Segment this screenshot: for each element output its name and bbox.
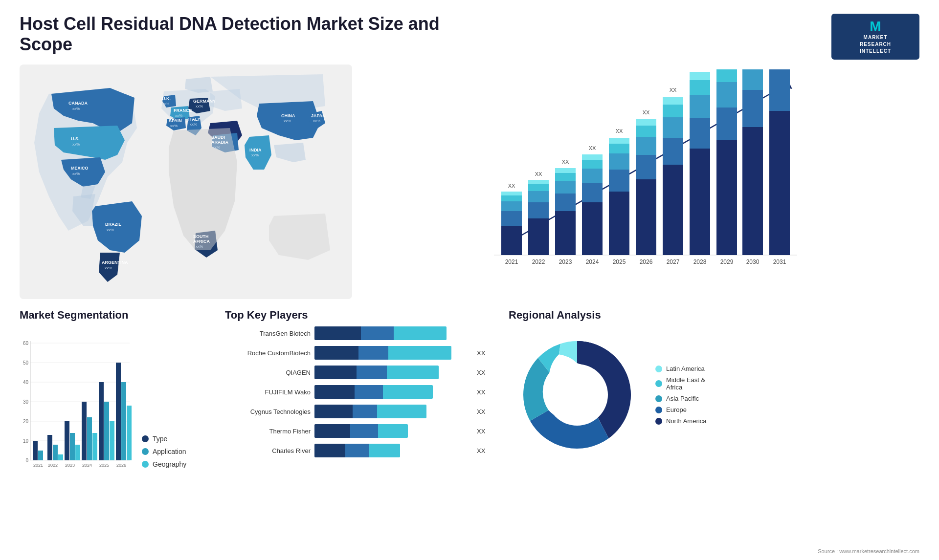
svg-rect-47 <box>528 180 549 184</box>
legend-type: Type <box>142 435 186 443</box>
svg-rect-142 <box>121 382 126 460</box>
bar-dark <box>314 424 350 438</box>
main-content: CANADA xx% U.S. xx% MEXICO xx% BRAZIL xx… <box>0 65 939 299</box>
svg-rect-87 <box>690 95 710 118</box>
bar-dark <box>314 444 345 457</box>
svg-text:xx%: xx% <box>190 122 197 127</box>
table-row: Thermo Fisher XX <box>225 424 489 438</box>
svg-rect-81 <box>663 105 683 117</box>
svg-rect-82 <box>663 97 683 105</box>
bar-mid <box>350 424 378 438</box>
svg-rect-50 <box>555 211 576 255</box>
svg-text:50: 50 <box>23 360 29 366</box>
svg-rect-78 <box>663 165 683 255</box>
player-bar-container <box>314 366 470 379</box>
legend-middle-east: Middle East &Africa <box>655 376 706 391</box>
svg-rect-141 <box>116 363 121 460</box>
svg-text:INDIA: INDIA <box>249 148 262 152</box>
svg-rect-73 <box>636 137 656 155</box>
svg-text:2029: 2029 <box>720 258 734 265</box>
svg-text:2022: 2022 <box>48 463 58 468</box>
regional-legend: Latin America Middle East &Africa Asia P… <box>655 365 706 425</box>
svg-point-145 <box>546 364 608 426</box>
bar-light <box>383 385 433 399</box>
players-list: TransGen Biotech Roche CustomBiotech <box>225 326 489 457</box>
svg-text:ARABIA: ARABIA <box>211 140 228 145</box>
player-bar <box>314 366 439 379</box>
svg-rect-61 <box>582 154 603 160</box>
svg-text:10: 10 <box>23 438 29 444</box>
svg-rect-127 <box>58 454 63 460</box>
player-value: XX <box>477 447 489 454</box>
svg-rect-74 <box>636 126 656 137</box>
legend-europe: Europe <box>655 406 706 413</box>
segmentation-section: Market Segmentation 0 10 20 30 40 50 60 <box>20 309 205 519</box>
player-bar <box>314 405 426 418</box>
player-name: Roche CustomBiotech <box>225 349 311 357</box>
bar-dark <box>314 385 355 399</box>
svg-rect-59 <box>582 169 603 183</box>
svg-text:ARGENTINA: ARGENTINA <box>102 260 128 265</box>
page-title: Host Cell Residual DNA Detection Market … <box>20 14 460 55</box>
svg-rect-88 <box>690 80 710 95</box>
player-bar <box>314 385 433 399</box>
svg-text:2021: 2021 <box>505 258 518 265</box>
svg-rect-66 <box>609 153 629 170</box>
svg-text:U.K.: U.K. <box>162 96 171 101</box>
player-value: XX <box>477 428 489 435</box>
svg-text:2023: 2023 <box>65 463 75 468</box>
svg-rect-93 <box>716 108 737 140</box>
legend-latin-america-label: Latin America <box>666 365 705 372</box>
svg-text:2030: 2030 <box>746 258 760 265</box>
table-row: FUJIFILM Wako XX <box>225 385 489 399</box>
svg-rect-123 <box>38 451 43 460</box>
legend-asia-pacific: Asia Pacific <box>655 395 706 402</box>
svg-text:xx%: xx% <box>284 119 291 123</box>
bar-mid <box>353 405 377 418</box>
table-row: QIAGEN XX <box>225 366 489 379</box>
svg-text:SPAIN: SPAIN <box>169 118 182 123</box>
svg-text:60: 60 <box>23 341 29 346</box>
players-title: Top Key Players <box>225 309 489 322</box>
svg-rect-104 <box>769 69 790 111</box>
svg-rect-100 <box>742 69 763 90</box>
svg-text:20: 20 <box>23 419 29 424</box>
legend-type-label: Type <box>153 435 167 443</box>
svg-rect-40 <box>501 192 522 195</box>
svg-rect-131 <box>75 445 80 460</box>
svg-text:CHINA: CHINA <box>281 113 295 118</box>
svg-text:AFRICA: AFRICA <box>193 239 210 244</box>
svg-rect-79 <box>663 138 683 165</box>
svg-rect-86 <box>690 118 710 149</box>
svg-text:xx%: xx% <box>170 124 178 128</box>
svg-rect-99 <box>742 90 763 127</box>
legend-europe-dot <box>655 407 662 413</box>
player-value: XX <box>477 349 489 357</box>
bar-dark <box>314 326 361 340</box>
donut-area: Latin America Middle East &Africa Asia P… <box>509 326 919 463</box>
svg-rect-95 <box>716 69 737 82</box>
svg-text:2025: 2025 <box>99 463 109 468</box>
svg-rect-52 <box>555 181 576 194</box>
svg-text:2022: 2022 <box>532 258 545 265</box>
bar-mid <box>355 385 383 399</box>
svg-rect-103 <box>769 111 790 255</box>
svg-text:2025: 2025 <box>613 258 626 265</box>
svg-rect-65 <box>609 170 629 192</box>
player-name: TransGen Biotech <box>225 330 311 337</box>
bar-light <box>388 346 451 360</box>
svg-text:2027: 2027 <box>667 258 680 265</box>
player-name: Charles River <box>225 447 311 454</box>
svg-text:0: 0 <box>25 458 28 463</box>
svg-text:JAPAN: JAPAN <box>311 113 326 118</box>
svg-text:XX: XX <box>643 109 650 115</box>
map-section: CANADA xx% U.S. xx% MEXICO xx% BRAZIL xx… <box>20 65 352 299</box>
svg-text:2024: 2024 <box>586 258 599 265</box>
legend-geography-label: Geography <box>153 460 186 468</box>
svg-rect-57 <box>582 202 603 255</box>
svg-rect-39 <box>501 195 522 201</box>
seg-legend: Type Application Geography <box>142 435 186 468</box>
legend-asia-pacific-dot <box>655 395 662 402</box>
legend-application-dot <box>142 448 149 455</box>
svg-rect-129 <box>65 421 69 460</box>
